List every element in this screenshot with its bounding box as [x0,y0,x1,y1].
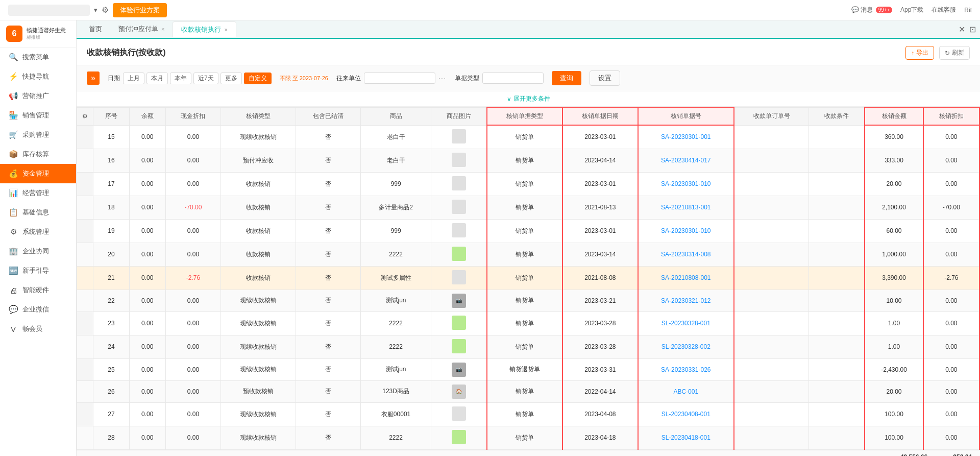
th-receipt-order-no: 收款单订单号 [734,107,809,125]
sidebar-item-inventory[interactable]: 📦 库存核算 [0,145,76,164]
top-bar: ▾ ⚙ 体验行业方案 💬 消息 99++ App下载 在线客服 Rit [0,0,980,20]
td-verify-bill-no: SA-20230331-026 [638,358,734,380]
filter-more[interactable]: 更多 [220,73,242,84]
sidebar-item-corp[interactable]: 🏢 企业协同 [0,242,76,261]
filter-this-month[interactable]: 本月 [146,73,168,84]
td-no: 20 [93,243,130,266]
gear-icon[interactable]: ⚙ [102,5,109,15]
td-verify-bill-no: ABC-001 [638,380,734,402]
td-no: 18 [93,196,130,219]
marketing-icon: 📢 [8,91,18,101]
logo-badge: 标推版 [27,34,66,41]
sidebar-item-hardware[interactable]: 🖨 智能硬件 [0,280,76,300]
from-unit-input[interactable] [364,73,435,84]
page-title: 收款核销执行(按收款) [87,47,166,58]
td-cash-discount: -2.76 [165,266,221,290]
td-verify-type: 现续收款核销 [221,358,296,380]
message-btn[interactable]: 💬 消息 99++ [851,6,892,14]
sidebar-item-vip[interactable]: V 畅会员 [0,319,76,339]
receipt-type-select[interactable] [482,73,544,84]
table-wrap: ⚙ 序号 余额 现金折扣 核销类型 包含已结清 商品 商品图片 核销单据类型 核… [77,107,980,456]
expand-more-btn[interactable]: ∨ 展开更多条件 [507,94,550,103]
filter-custom[interactable]: 自定义 [244,73,272,84]
online-service-btn[interactable]: 在线客服 [932,6,956,14]
tab-receipt-close[interactable]: × [224,27,227,33]
td-verify-bill-type: 销货单 [487,125,562,149]
filter-period-buttons: 上月 本月 本年 近7天 更多 自定义 [123,73,272,84]
industry-btn[interactable]: 体验行业方案 [113,3,167,17]
table-row: 26 0.00 0.00 预收款核销 否 123D商品 🏠 销货单 2022-0… [77,380,980,402]
td-cash-discount: 0.00 [165,125,221,149]
filter-last-month[interactable]: 上月 [123,73,144,84]
td-verify-bill-no: SL-20230328-001 [638,311,734,335]
td-cash-discount: 0.00 [165,290,221,311]
refresh-btn[interactable]: ↻ 刷新 [939,46,970,60]
filter-date: 日期 上月 本月 本年 近7天 更多 自定义 [108,73,272,84]
tab-close-all-btn[interactable]: ✕ [959,25,965,34]
sidebar-item-guide[interactable]: 🆕 新手引导 [0,261,76,280]
setting-btn[interactable]: 设置 [590,70,620,86]
message-badge: 99++ [876,7,892,13]
sidebar-item-sales[interactable]: 🏪 销售管理 [0,106,76,125]
tab-bar: 首页 预付冲应付单 × 收款核销执行 × ✕ ⊡ [77,20,980,39]
sidebar-item-purchase[interactable]: 🛒 采购管理 [0,125,76,145]
td-cash-discount: 0.00 [165,219,221,243]
th-receipt-condition: 收款条件 [809,107,865,125]
td-gear [77,243,93,266]
tab-home[interactable]: 首页 [81,21,110,37]
td-product: 999 [361,172,431,196]
filter-this-year[interactable]: 本年 [170,73,191,84]
th-product: 商品 [361,107,431,125]
sidebar-item-quick[interactable]: ⚡ 快捷导航 [0,67,76,86]
td-receipt-order-no [734,243,809,266]
td-included: 否 [296,125,360,149]
td-product: 123D商品 [361,380,431,402]
user-name[interactable]: Rit [964,7,972,14]
sidebar-item-marketing[interactable]: 📢 营销推广 [0,86,76,106]
wechat-icon: 💬 [8,305,18,314]
td-product-img [431,219,487,243]
td-verify-discount: 0.00 [923,335,979,358]
sidebar-item-wechat[interactable]: 💬 企业微信 [0,300,76,319]
filter-last-7days[interactable]: 近7天 [193,73,218,84]
tab-prepay[interactable]: 预付冲应付单 × [110,21,173,37]
td-product: 老白干 [361,149,431,172]
td-balance: 0.00 [129,219,165,243]
tab-prepay-close[interactable]: × [161,26,164,32]
tab-receipt[interactable]: 收款核销执行 × [173,21,236,37]
table-row: 25 0.00 0.00 现续收款核销 否 测试jun 📷 销货退货单 2023… [77,358,980,380]
export-btn[interactable]: ↑ 导出 [905,46,934,60]
search-input[interactable] [8,5,90,16]
sidebar-item-search[interactable]: 🔍 搜索菜单 [0,47,76,67]
app-download-btn[interactable]: App下载 [900,6,923,14]
sidebar-item-system[interactable]: ⚙ 系统管理 [0,222,76,242]
td-included: 否 [296,335,360,358]
table-row: 16 0.00 0.00 预付冲应收 否 老白干 销货单 2023-04-14 … [77,149,980,172]
tab-maximize-btn[interactable]: ⊡ [969,25,976,34]
filter-expand-icon[interactable]: » [87,71,100,85]
td-verify-type: 收款核销 [221,196,296,219]
td-no: 21 [93,266,130,290]
top-bar-right: 💬 消息 99++ App下载 在线客服 Rit [851,6,972,14]
td-verify-type: 现续收款核销 [221,426,296,449]
th-verify-amount: 核销金额 [865,107,923,125]
td-receipt-order-no [734,311,809,335]
sidebar-item-operation[interactable]: 📊 经营管理 [0,183,76,203]
td-product-img: 📷 [431,358,487,380]
td-verify-bill-type: 销货单 [487,290,562,311]
query-btn[interactable]: 查询 [552,71,581,85]
th-no: 序号 [93,107,130,125]
dropdown-icon[interactable]: ▾ [94,6,97,14]
td-gear [77,196,93,219]
td-included: 否 [296,219,360,243]
td-no: 23 [93,311,130,335]
td-verify-bill-date: 2023-03-21 [562,290,638,311]
sidebar-item-finance[interactable]: 💰 资金管理 [0,164,76,183]
td-cash-discount: 0.00 [165,243,221,266]
td-no: 27 [93,402,130,426]
td-balance: 0.00 [129,358,165,380]
search-icon: 🔍 [8,53,18,62]
export-icon: ↑ [911,50,914,57]
sidebar-item-basic[interactable]: 📋 基础信息 [0,203,76,222]
th-cash-discount: 现金折扣 [165,107,221,125]
